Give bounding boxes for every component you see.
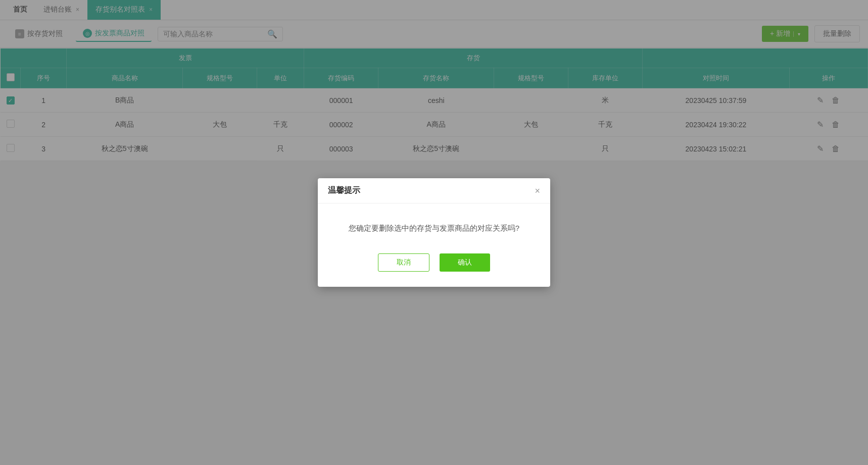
overlay: 温馨提示 × 您确定要删除选中的存货与发票商品的对应关系吗? 取消 确认 xyxy=(0,0,868,161)
